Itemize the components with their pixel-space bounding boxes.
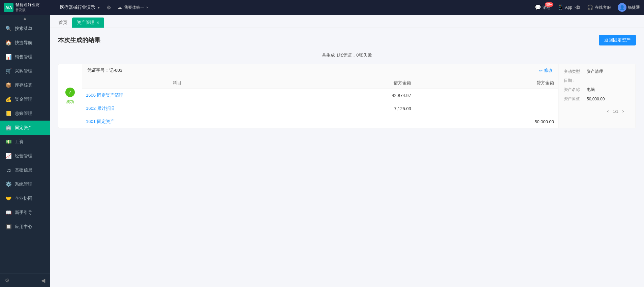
settings-icon[interactable]: ⚙ — [104, 2, 114, 12]
top-header: AtA 畅捷通好业财 普及版 医疗器械行业演示 ▼ ⚙ ☁ 我要体验一下 💬 消… — [0, 0, 644, 15]
sidebar-icon-finance: 💰 — [5, 96, 11, 102]
header-right: 💬 消息 99+ 📱 App下载 🎧 在线客服 👤 畅捷通 — [535, 3, 640, 12]
sidebar-item-sales[interactable]: 📊 销售管理 — [0, 50, 50, 64]
voucher-card: ✓ 成功 凭证字号：记-003 ✏ 修改 — [58, 64, 636, 128]
tab-bar: 首页 资产管理 ✕ — [50, 15, 644, 28]
asset-value-label: 资产原值： — [564, 96, 584, 102]
pagination: < 1/1 > — [564, 105, 630, 118]
prev-page-button[interactable]: < — [606, 108, 611, 115]
sidebar-item-payroll[interactable]: 💵 工资 — [0, 135, 50, 149]
col-debit: 借方金额 — [272, 77, 415, 89]
debit-cell — [272, 115, 415, 128]
sidebar-icon-sys-mgmt: ⚙️ — [5, 181, 11, 187]
tab-asset-mgmt[interactable]: 资产管理 ✕ — [72, 18, 104, 28]
side-asset-value-row: 资产原值： 50,000.00 — [564, 96, 630, 102]
messages-badge: 99+ — [545, 2, 553, 7]
return-button[interactable]: 返回固定资产 — [599, 35, 636, 45]
sidebar-item-purchase[interactable]: 🛒 采购管理 — [0, 64, 50, 78]
sidebar-label-corp-collab: 企业协同 — [15, 195, 32, 201]
voucher-header: 凭证字号：记-003 ✏ 修改 — [82, 64, 558, 77]
sidebar-bottom: ⚙ ◀ — [0, 274, 50, 287]
sidebar-label-inventory: 库存核算 — [15, 82, 32, 88]
sidebar-label-finance: 资金管理 — [15, 96, 32, 102]
chevron-down-icon: ▼ — [97, 6, 100, 9]
sidebar-label-sales: 销售管理 — [15, 54, 32, 60]
messages-button[interactable]: 💬 消息 99+ — [535, 4, 551, 10]
sidebar-icon-guide: 📖 — [5, 210, 11, 216]
next-page-button[interactable]: > — [620, 108, 625, 115]
sidebar-item-inventory[interactable]: 📦 库存核算 — [0, 78, 50, 92]
sidebar-item-quick-nav[interactable]: 🏠 快捷导航 — [0, 36, 50, 50]
sidebar-label-fixed-assets: 固定资产 — [15, 125, 32, 131]
user-menu[interactable]: 👤 畅捷通 — [618, 3, 640, 12]
tab-close-icon[interactable]: ✕ — [96, 21, 99, 25]
table-row: 1601 固定资产 50,000.00 — [82, 115, 558, 128]
sidebar-item-search[interactable]: 🔍 搜索菜单 — [0, 22, 50, 36]
sidebar-label-payroll: 工资 — [15, 139, 24, 145]
logo-icon: AtA — [4, 3, 13, 12]
cloud-icon: ☁ — [117, 5, 122, 10]
sidebar-item-ops[interactable]: 📈 经营管理 — [0, 149, 50, 163]
account-cell: 1606 固定资产清理 — [82, 89, 272, 102]
sidebar-label-purchase: 采购管理 — [15, 68, 32, 74]
sidebar-label-ops: 经营管理 — [15, 153, 32, 159]
side-date-row: 日期： — [564, 78, 630, 84]
page-title: 本次生成的结果 — [58, 36, 100, 44]
edit-button[interactable]: ✏ 修改 — [539, 67, 553, 73]
collapse-sidebar-icon[interactable]: ◀ — [41, 277, 45, 284]
success-icon: ✓ — [65, 88, 75, 97]
sidebar-item-corp-collab[interactable]: 🤝 企业协同 — [0, 191, 50, 205]
settings-bottom-icon[interactable]: ⚙ — [5, 277, 9, 284]
voucher-main: 凭证字号：记-003 ✏ 修改 科目 借方金额 贷方金额 — [82, 64, 558, 128]
sidebar-icon-corp-collab: 🤝 — [5, 195, 11, 201]
change-type-label: 变动类型： — [564, 69, 584, 74]
side-asset-name-row: 资产名称： 电脑 — [564, 87, 630, 93]
workspace-selector[interactable]: 医疗器械行业演示 ▼ — [57, 3, 104, 12]
sidebar-icon-inventory: 📦 — [5, 82, 11, 88]
headset-icon: 🎧 — [587, 4, 593, 10]
experience-button[interactable]: ☁ 我要体验一下 — [114, 3, 152, 12]
asset-name-label: 资产名称： — [564, 87, 584, 93]
sidebar-item-sys-mgmt[interactable]: ⚙️ 系统管理 — [0, 177, 50, 191]
sidebar-item-ledger[interactable]: 📒 总账管理 — [0, 106, 50, 121]
account-cell: 1602 累计折旧 — [82, 102, 272, 115]
date-label: 日期： — [564, 78, 581, 84]
summary-text: 共生成 1张凭证，0张失败 — [58, 52, 636, 58]
sidebar-scroll-up[interactable]: ▲ — [0, 15, 50, 22]
table-row: 1606 固定资产清理 42,874.97 — [82, 89, 558, 102]
sidebar-item-fixed-assets[interactable]: 🏢 固定资产 — [0, 121, 50, 135]
sidebar-icon-payroll: 💵 — [5, 139, 11, 145]
sidebar-icon-sales: 📊 — [5, 54, 11, 60]
debit-cell: 7,125.03 — [272, 102, 415, 115]
sidebar-icon-ledger: 📒 — [5, 110, 11, 117]
col-account: 科目 — [82, 77, 272, 89]
sidebar-item-base-info[interactable]: 🗂 基础信息 — [0, 163, 50, 177]
main-layout: ▲ 🔍 搜索菜单🏠 快捷导航📊 销售管理🛒 采购管理📦 库存核算💰 资金管理📒 … — [0, 15, 644, 287]
app-download-button[interactable]: 📱 App下载 — [557, 4, 580, 10]
sidebar-item-finance[interactable]: 💰 资金管理 — [0, 92, 50, 106]
online-service-button[interactable]: 🎧 在线客服 — [587, 4, 611, 10]
content-area: 首页 资产管理 ✕ 本次生成的结果 返回固定资产 共生成 1张凭证，0张失败 ✓ — [50, 15, 644, 287]
logo-area: AtA 畅捷通好业财 普及版 — [4, 2, 54, 12]
debit-cell: 42,874.97 — [272, 89, 415, 102]
status-column: ✓ 成功 — [58, 64, 82, 128]
page-content: 本次生成的结果 返回固定资产 共生成 1张凭证，0张失败 ✓ 成功 凭证字号：记… — [50, 28, 644, 287]
workspace-name: 医疗器械行业演示 — [60, 4, 95, 10]
online-service-label: 在线客服 — [595, 5, 611, 10]
credit-cell — [415, 102, 558, 115]
col-credit: 贷方金额 — [415, 77, 558, 89]
tab-home[interactable]: 首页 — [55, 18, 71, 28]
message-icon: 💬 — [535, 4, 541, 10]
voucher-side-panel: 变动类型： 资产清理 日期： 资产名称： 电脑 资产原值： 50,000.00 — [558, 64, 636, 128]
avatar-icon: 👤 — [619, 5, 625, 10]
sidebar-item-guide[interactable]: 📖 新手引导 — [0, 205, 50, 220]
credit-cell — [415, 89, 558, 102]
change-type-value: 资产清理 — [587, 69, 603, 74]
voucher-number: 凭证字号：记-003 — [87, 67, 122, 73]
sidebar-item-app-center[interactable]: 🔲 应用中心 — [0, 220, 50, 234]
app-name: 畅捷通好业财 — [16, 2, 40, 8]
asset-name-value: 电脑 — [587, 87, 595, 93]
sidebar-label-quick-nav: 快捷导航 — [15, 40, 32, 46]
app-edition: 普及版 — [16, 8, 40, 12]
credit-cell: 50,000.00 — [415, 115, 558, 128]
